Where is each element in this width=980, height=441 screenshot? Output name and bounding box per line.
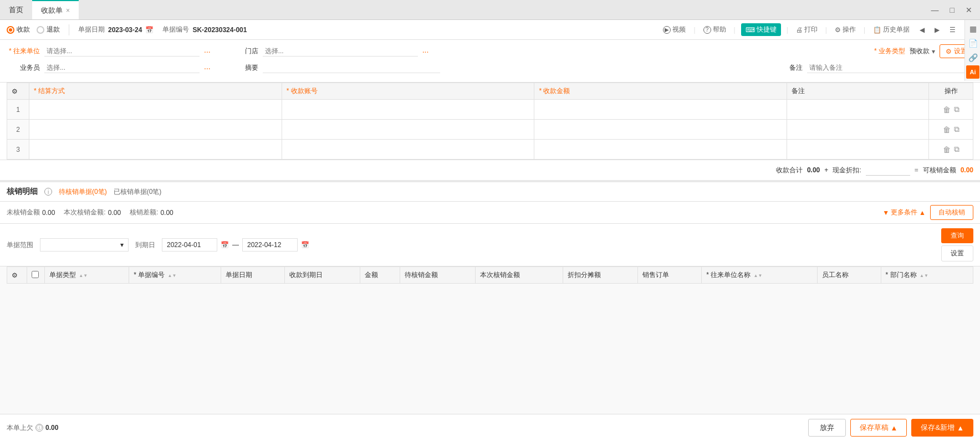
pending-tab[interactable]: 待核销单据(0笔) (59, 187, 107, 197)
sort-dept-icon[interactable]: ▲▼ (920, 273, 928, 278)
date-end-cal-icon[interactable]: 📅 (301, 241, 309, 249)
divider-v2: | (734, 26, 736, 34)
total-value: 0.00 (807, 166, 820, 174)
tab-close-icon[interactable]: × (66, 7, 70, 14)
date-start-cal-icon[interactable]: 📅 (221, 241, 229, 249)
filter-action-buttons: 查询 设置 (941, 228, 973, 261)
nav-prev-button[interactable]: ◀ (917, 25, 927, 35)
number-field: 单据编号 SK-20230324-001 (162, 25, 247, 34)
filter-icon: ▼ (882, 209, 889, 217)
business-type-select[interactable]: 预收款 ▾ (910, 47, 935, 56)
row-2-delete-icon[interactable]: 🗑 (943, 125, 951, 134)
row-1-copy-icon[interactable]: ⧉ (954, 105, 959, 114)
operation-button[interactable]: ⚙ 操作 (833, 24, 858, 35)
tab-receipt[interactable]: 收款单 × (32, 0, 79, 19)
print-button[interactable]: 🖨 打印 (794, 24, 820, 35)
staff-input[interactable] (44, 63, 200, 73)
counterpart-input[interactable] (44, 46, 200, 57)
store-input[interactable] (263, 46, 418, 57)
row-3-remarks[interactable] (787, 140, 929, 160)
staff-more-button[interactable]: ··· (204, 64, 211, 73)
table-row: 3 🗑 ⧉ (7, 140, 973, 160)
sort-counterpart-icon[interactable]: ▲▼ (754, 273, 763, 278)
form-row-2: 业务员 ··· 摘要 备注 (7, 63, 973, 73)
diff-value: 0.00 (160, 209, 173, 217)
tab-home[interactable]: 首页 (0, 0, 32, 19)
nav-next-button[interactable]: ▶ (932, 25, 942, 35)
receipt-radio[interactable]: 收款 (7, 25, 30, 34)
col-setting-v-header[interactable]: ⚙ (7, 267, 27, 284)
date-start-input[interactable] (162, 238, 217, 252)
verify-info-icon[interactable]: i (44, 188, 52, 196)
row-2-copy-icon[interactable]: ⧉ (954, 125, 959, 134)
unverified-value: 0.00 (42, 209, 55, 217)
verify-table: ⚙ 单据类型 ▲▼ * 单据编号 ▲▼ 单据日期 (7, 266, 973, 284)
save-draft-label: 保存草稿 (860, 423, 889, 433)
bottom-info-icon[interactable]: ⓘ (35, 424, 43, 432)
row-1-delete-icon[interactable]: 🗑 (943, 105, 951, 114)
row-1-remarks[interactable] (787, 100, 929, 120)
row-2-remarks[interactable] (787, 120, 929, 140)
auto-verify-button[interactable]: 自动核销 (930, 205, 973, 220)
history-button[interactable]: 📋 历史单据 (871, 24, 912, 35)
list-view-button[interactable]: ☰ (947, 25, 958, 35)
discount-input[interactable] (866, 165, 910, 176)
sort-type-icon[interactable]: ▲▼ (79, 273, 88, 278)
shortcut-button[interactable]: ⌨ 快捷键 (741, 23, 781, 36)
col-date-label: 单据日期 (226, 271, 252, 279)
minimize-button[interactable]: — (928, 4, 942, 16)
done-tab[interactable]: 已核销单据(0笔) (114, 187, 162, 197)
counterpart-more-button[interactable]: ··· (204, 47, 211, 56)
range-select[interactable]: ▾ (40, 238, 129, 252)
calendar-icon[interactable]: 📅 (145, 26, 154, 34)
row-2-amount[interactable] (534, 120, 787, 140)
bottom-right-buttons: 放弃 保存草稿 ▲ 保存&新增 ▲ (808, 419, 973, 437)
remarks-input[interactable] (807, 63, 973, 73)
sort-number-icon[interactable]: ▲▼ (168, 273, 177, 278)
number-label: 单据编号 (162, 25, 189, 34)
sidebar-link-icon[interactable]: 🔗 (966, 51, 979, 64)
row-3-amount[interactable] (534, 140, 787, 160)
discount-label: 现金折扣: (833, 166, 861, 175)
select-all-checkbox[interactable] (32, 271, 39, 278)
row-3-delete-icon[interactable]: 🗑 (943, 145, 951, 154)
sidebar-table-icon[interactable]: ▦ (966, 22, 979, 35)
save-draft-button[interactable]: 保存草稿 ▲ (850, 419, 907, 437)
col-pending-header: 待核销金额 (400, 267, 476, 284)
history-label: 历史单据 (883, 25, 910, 34)
store-more-button[interactable]: ··· (422, 47, 429, 56)
row-1-account[interactable] (282, 100, 534, 120)
divider-v3: | (787, 26, 788, 34)
save-new-label: 保存&新增 (921, 423, 955, 433)
row-2-settlement[interactable] (29, 120, 282, 140)
date-label: 到期日 (135, 240, 155, 250)
filter-settings-button[interactable]: 设置 (941, 245, 973, 261)
row-2-account[interactable] (282, 120, 534, 140)
sidebar-doc-icon[interactable]: 📄 (966, 37, 979, 50)
row-1-amount[interactable] (534, 100, 787, 120)
summary-input[interactable] (263, 63, 440, 73)
row-1-settlement[interactable] (29, 100, 282, 120)
settlement-label: * 结算方式 (34, 87, 65, 95)
business-type-label: * 业务类型 (872, 47, 905, 56)
video-button[interactable]: ▶ 视频 (661, 24, 688, 35)
col-checkbox-v-header[interactable] (27, 267, 45, 284)
date-end-input[interactable] (242, 238, 298, 252)
abandon-button[interactable]: 放弃 (808, 419, 846, 437)
row-3-account[interactable] (282, 140, 534, 160)
save-new-button[interactable]: 保存&新增 ▲ (911, 419, 973, 437)
more-conditions-label: 更多条件 (891, 208, 917, 217)
remarks-col-label: 备注 (792, 87, 805, 95)
row-3-copy-icon[interactable]: ⧉ (954, 145, 959, 154)
more-conditions-button[interactable]: ▼ 更多条件 ▲ (882, 208, 926, 217)
help-button[interactable]: ? 帮助 (701, 24, 728, 35)
col-setting-header[interactable]: ⚙ (7, 83, 29, 100)
refund-radio-label: 退款 (47, 25, 60, 34)
query-button[interactable]: 查询 (941, 228, 973, 243)
sidebar-ai-icon[interactable]: Ai (966, 65, 979, 79)
window-close-button[interactable]: ✕ (962, 4, 976, 16)
chevron-up-icon: ▲ (919, 209, 926, 217)
refund-radio[interactable]: 退款 (37, 25, 60, 34)
row-3-settlement[interactable] (29, 140, 282, 160)
maximize-button[interactable]: □ (947, 4, 958, 16)
